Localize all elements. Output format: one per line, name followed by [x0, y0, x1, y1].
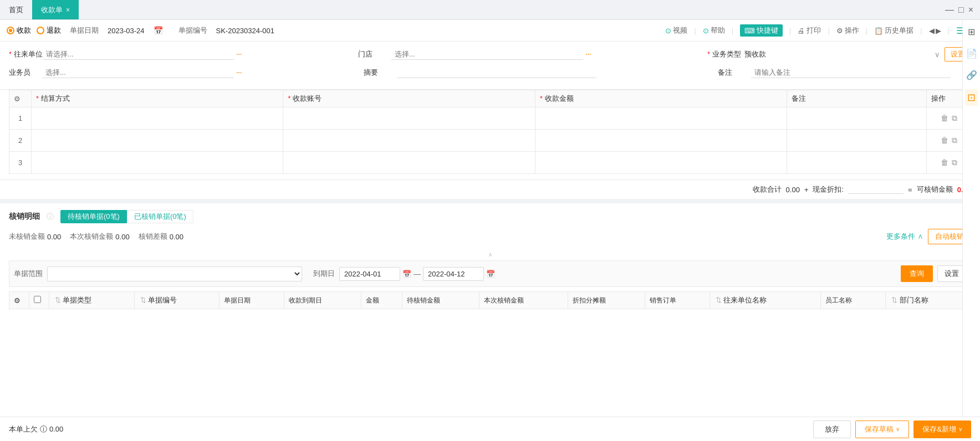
row-2-account[interactable]	[283, 130, 535, 152]
main-content: 收款 退款 单据日期 2023-03-24 📅 单据编号 SK-20230324…	[0, 20, 980, 441]
writeoff-info-icon[interactable]: ⓘ	[47, 212, 54, 222]
row-2-copy-icon[interactable]: ⧉	[952, 136, 957, 145]
print-icon: 🖨	[798, 27, 805, 35]
biz-type-dropdown-icon[interactable]: ∨	[935, 50, 940, 59]
close-button[interactable]: ×	[968, 5, 973, 15]
calendar-icon[interactable]: 📅	[154, 26, 163, 35]
row-2-delete-icon[interactable]: 🗑	[941, 136, 948, 145]
summary-input[interactable]	[397, 67, 596, 78]
row-1-account[interactable]	[283, 107, 535, 130]
biz-type-field: 业务类型 预收款 ∨	[707, 48, 940, 60]
tab-pending-writeoff[interactable]: 待核销单据(0笔)	[60, 210, 127, 223]
date-from-calendar-icon[interactable]: 📅	[402, 270, 411, 278]
total-label: 收款合计	[753, 184, 782, 194]
nav-next-icon[interactable]: ▶	[936, 27, 941, 35]
filter-collapse-icon[interactable]: ∧	[488, 252, 492, 258]
bottom-th-checkbox[interactable]	[29, 292, 49, 309]
radio-receipt-dot	[7, 27, 14, 34]
range-label: 单据范围	[14, 269, 43, 279]
save-new-label: 保存&新增	[922, 424, 956, 434]
bottom-th-dept: ⇅ 部门名称	[886, 292, 971, 309]
row-1-settle[interactable]	[32, 107, 283, 130]
tab-close-icon[interactable]: ×	[66, 6, 70, 14]
diff-value: 0.00	[170, 233, 183, 241]
row-3-remark[interactable]	[787, 152, 927, 174]
sidebar-active-icon[interactable]: ⊡	[965, 89, 978, 106]
nav-prev-icon[interactable]: ◀	[929, 27, 935, 35]
print-btn[interactable]: 🖨 打印	[798, 25, 821, 35]
help-label: 帮助	[711, 25, 725, 35]
row-1-amount[interactable]	[535, 107, 787, 130]
row-2-amount[interactable]	[535, 130, 787, 152]
table-gear-header[interactable]: ⚙	[9, 90, 32, 107]
radio-receipt[interactable]: 收款	[7, 25, 31, 35]
partner-input[interactable]	[43, 49, 234, 60]
store-more-icon[interactable]: ···	[585, 49, 591, 59]
available-label: 可核销金额	[917, 184, 953, 194]
staff-more-icon[interactable]: ···	[236, 68, 242, 78]
sidebar-link-icon[interactable]: 🔗	[964, 68, 979, 83]
partner-more-icon[interactable]: ···	[236, 49, 242, 59]
history-label: 历史单据	[885, 25, 913, 35]
sort-no-icon: ⇅	[140, 296, 146, 304]
video-btn[interactable]: ⊙ 视频	[665, 25, 687, 35]
bottom-th-gear[interactable]: ⚙	[9, 292, 29, 309]
history-btn[interactable]: 📋 历史单据	[874, 25, 913, 35]
row-3-delete-icon[interactable]: 🗑	[941, 158, 948, 167]
sidebar-table-icon[interactable]: ⊞	[966, 24, 977, 39]
filter-form: 单据范围 到期日 📅 — 📅 查询 设置	[9, 260, 971, 287]
row-1-copy-icon[interactable]: ⧉	[952, 114, 957, 123]
select-all-checkbox[interactable]	[34, 296, 41, 303]
help-icon: ⊙	[703, 27, 709, 35]
row-1-delete-icon[interactable]: 🗑	[941, 114, 948, 123]
doc-no-value: SK-20230324-001	[216, 27, 275, 35]
store-input[interactable]	[391, 49, 583, 60]
table-settings-icon[interactable]: ⚙	[14, 95, 21, 103]
bottom-info-icon[interactable]: ⓘ	[40, 424, 47, 434]
tab-done-writeoff[interactable]: 已核销单据(0笔)	[127, 210, 193, 223]
date-label: 单据日期	[70, 25, 99, 35]
due-date-label: 到期日	[313, 269, 335, 279]
radio-refund[interactable]: 退款	[37, 25, 61, 35]
range-select[interactable]	[47, 266, 302, 281]
row-1-remark[interactable]	[787, 107, 927, 130]
table-row: 2 🗑 ⧉	[9, 130, 971, 152]
row-3-amount[interactable]	[535, 152, 787, 174]
store-field: 门店 ···	[358, 49, 591, 60]
history-icon: 📋	[874, 27, 883, 35]
tab-done-label: 已核销单据(0笔)	[134, 212, 186, 221]
maximize-button[interactable]: □	[958, 5, 964, 15]
date-to-input[interactable]	[423, 267, 484, 281]
tab-home[interactable]: 首页	[0, 0, 32, 19]
help-btn[interactable]: ⊙ 帮助	[703, 25, 725, 35]
row-3-account[interactable]	[283, 152, 535, 174]
date-from-input[interactable]	[339, 267, 400, 281]
window-controls: — □ ×	[945, 5, 980, 15]
form-row-2: 业务员 ··· 摘要 备注	[9, 67, 971, 78]
bottom-settings-icon[interactable]: ⚙	[14, 296, 21, 305]
remark-input[interactable]	[751, 67, 951, 78]
minimize-button[interactable]: —	[945, 5, 954, 15]
tab-receipt[interactable]: 收款单 ×	[32, 0, 79, 19]
row-3-copy-icon[interactable]: ⧉	[952, 158, 957, 167]
staff-input[interactable]	[42, 67, 234, 78]
row-2-remark[interactable]	[787, 130, 927, 152]
discount-input[interactable]	[848, 185, 904, 194]
summary-field: 摘要	[364, 67, 596, 78]
save-draft-button[interactable]: 保存草稿 ∨	[855, 421, 909, 438]
save-new-button[interactable]: 保存&新增 ∨	[913, 421, 971, 438]
plus-sign: +	[804, 186, 809, 194]
operation-btn[interactable]: ⚙ 操作	[836, 25, 859, 35]
row-2-settle[interactable]	[32, 130, 283, 152]
radio-refund-dot	[37, 27, 44, 34]
row-3-settle[interactable]	[32, 152, 283, 174]
date-to-calendar-icon[interactable]: 📅	[486, 270, 495, 278]
range-field: 单据范围	[14, 266, 302, 281]
shortcut-btn[interactable]: ⌨ 快捷键	[740, 24, 783, 37]
sidebar-doc-icon[interactable]: 📄	[964, 46, 979, 61]
table-row: 3 🗑 ⧉	[9, 152, 971, 174]
query-button[interactable]: 查询	[901, 265, 933, 282]
this-write-value: 0.00	[115, 233, 129, 241]
more-conditions-btn[interactable]: 更多条件 ∧	[886, 232, 923, 242]
abandon-button[interactable]: 放弃	[813, 421, 851, 438]
